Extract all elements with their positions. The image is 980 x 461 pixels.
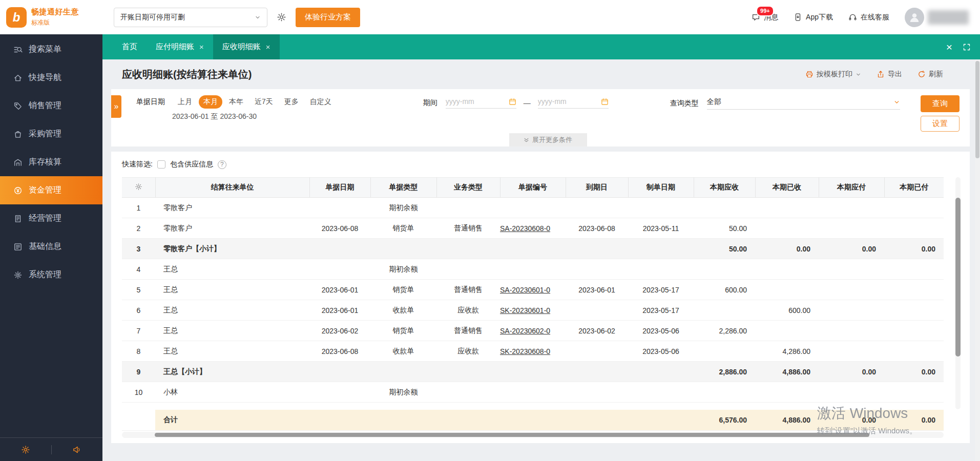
table-row[interactable]: 5王总2023-06-01销货单普通销售SA-20230601-02023-06… bbox=[122, 280, 944, 300]
messages-button[interactable]: 99+ 消息 bbox=[752, 13, 778, 22]
doc-date-filter: 单据日期 上月本月本年近7天更多自定义 2023-06-01 至 2023-06… bbox=[136, 95, 336, 121]
cell bbox=[628, 259, 694, 280]
sidebar-item-funds[interactable]: 资金管理 bbox=[0, 176, 102, 204]
table-row[interactable]: 4王总期初余额 bbox=[122, 259, 944, 280]
doc-number-link[interactable]: SK-20230608-0 bbox=[500, 347, 550, 355]
tab-首页[interactable]: 首页 bbox=[113, 34, 147, 59]
date-option-近7天[interactable]: 近7天 bbox=[250, 95, 278, 109]
date-option-自定义[interactable]: 自定义 bbox=[305, 95, 336, 109]
settings-button[interactable]: 设置 bbox=[921, 116, 960, 132]
table-row[interactable]: 7王总2023-06-02销货单普通销售SA-20230602-02023-06… bbox=[122, 321, 944, 341]
app-root: b 畅捷通好生意 标准版 搜索菜单快捷导航销售管理采购管理库存核算资金管理经营管… bbox=[0, 0, 980, 461]
tab-应付明细账[interactable]: 应付明细账× bbox=[147, 34, 213, 59]
online-service-button[interactable]: 在线客服 bbox=[848, 13, 889, 22]
close-tab-icon[interactable]: × bbox=[946, 41, 952, 52]
table-row[interactable]: 6王总2023-06-01收款单应收款SK-20230601-02023-05-… bbox=[122, 300, 944, 321]
total-table: 合计6,576.004,886.000.000.00 bbox=[122, 410, 944, 431]
sidebar-item-basicinfo[interactable]: 基础信息 bbox=[0, 233, 102, 261]
app-download-button[interactable]: App下载 bbox=[794, 13, 833, 22]
export-button[interactable]: 导出 bbox=[877, 70, 902, 79]
row-number: 7 bbox=[122, 321, 155, 341]
sidebar-menu: 搜索菜单快捷导航销售管理采购管理库存核算资金管理经营管理基础信息系统管理 bbox=[0, 34, 102, 437]
cell-doc-no: SA-20230608-0 bbox=[500, 218, 566, 239]
sidebar-settings-gear-icon[interactable] bbox=[0, 445, 51, 454]
gear-icon[interactable] bbox=[277, 12, 286, 22]
doc-number-link[interactable]: SA-20230601-0 bbox=[500, 286, 550, 294]
cell-amount: 0.00 bbox=[884, 239, 944, 259]
column-header: 本期已收 bbox=[755, 178, 819, 198]
account-set-select[interactable]: 开账日期可停用可删 bbox=[114, 8, 267, 27]
export-label: 导出 bbox=[888, 70, 902, 79]
cell-amount: 600.00 bbox=[694, 280, 755, 300]
sidebar-item-purchase[interactable]: 采购管理 bbox=[0, 120, 102, 148]
period-to-input[interactable] bbox=[538, 97, 609, 109]
help-question-icon[interactable]: ? bbox=[218, 160, 226, 169]
avatar[interactable] bbox=[905, 8, 924, 27]
page-scrollbar-thumb[interactable] bbox=[975, 61, 979, 158]
date-option-本年[interactable]: 本年 bbox=[224, 95, 248, 109]
table-scrollbar[interactable] bbox=[955, 177, 961, 409]
table-row[interactable]: 10小林期初余额 bbox=[122, 382, 944, 403]
calendar-icon[interactable] bbox=[601, 98, 609, 106]
headset-icon bbox=[848, 13, 857, 22]
doc-number-link[interactable]: SA-20230602-0 bbox=[500, 327, 550, 335]
period-to-field[interactable] bbox=[538, 97, 601, 106]
cell-amount bbox=[884, 300, 944, 321]
tab-close-icon[interactable]: × bbox=[199, 43, 204, 51]
user-account[interactable] bbox=[905, 8, 969, 27]
sidebar-item-search-menu[interactable]: 搜索菜单 bbox=[0, 35, 102, 64]
cell: 销货单 bbox=[370, 321, 436, 341]
app-logo-icon: b bbox=[6, 7, 27, 28]
doc-number-link[interactable]: SA-20230608-0 bbox=[500, 224, 550, 233]
date-option-上月[interactable]: 上月 bbox=[173, 95, 197, 109]
cell: 应收款 bbox=[436, 300, 500, 321]
collapse-filter-button[interactable]: » bbox=[111, 95, 121, 118]
query-type-select[interactable]: 全部 bbox=[707, 97, 900, 110]
sidebar-item-business[interactable]: 经营管理 bbox=[0, 204, 102, 233]
tab-close-icon[interactable]: × bbox=[266, 43, 270, 51]
table-row[interactable]: 1零散客户期初余额 bbox=[122, 198, 944, 218]
cell: 普通销售 bbox=[436, 218, 500, 239]
print-by-template-button[interactable]: 按模板打印 bbox=[805, 70, 861, 79]
cell: 2023-05-17 bbox=[628, 300, 694, 321]
date-range-options: 上月本月本年近7天更多自定义 bbox=[173, 95, 336, 109]
sidebar-item-inventory[interactable]: 库存核算 bbox=[0, 148, 102, 176]
table-scrollbar-thumb[interactable] bbox=[955, 198, 961, 357]
date-option-更多[interactable]: 更多 bbox=[280, 95, 303, 109]
sidebar-item-label: 销售管理 bbox=[29, 100, 61, 111]
cell-amount bbox=[819, 280, 884, 300]
table-row[interactable]: 9王总【小计】2,886.004,886.000.000.00 bbox=[122, 362, 944, 382]
date-option-本月[interactable]: 本月 bbox=[199, 95, 222, 109]
column-header: 到期日 bbox=[566, 178, 628, 198]
expand-more-button[interactable]: 展开更多条件 bbox=[509, 133, 587, 146]
tabbar-actions: × bbox=[946, 41, 980, 52]
chevron-down-icon bbox=[255, 14, 261, 20]
sidebar-item-quick-nav[interactable]: 快捷导航 bbox=[0, 64, 102, 92]
table-row[interactable]: 8王总2023-06-08收款单应收款SK-20230608-02023-05-… bbox=[122, 341, 944, 362]
horizontal-scrollbar[interactable] bbox=[122, 432, 944, 438]
search-button[interactable]: 查询 bbox=[921, 95, 960, 112]
sidebar-item-sales[interactable]: 销售管理 bbox=[0, 92, 102, 120]
trial-solution-button[interactable]: 体验行业方案 bbox=[296, 8, 360, 27]
horizontal-scrollbar-thumb[interactable] bbox=[155, 433, 869, 437]
cell-amount bbox=[819, 382, 884, 403]
refresh-button[interactable]: 刷新 bbox=[918, 70, 943, 79]
period-from-input[interactable] bbox=[446, 97, 516, 109]
table-row[interactable]: 3零散客户【小计】50.000.000.000.00 bbox=[122, 239, 944, 259]
period-from-field[interactable] bbox=[446, 97, 509, 106]
table-row[interactable]: 2零散客户2023-06-08销货单普通销售SA-20230608-02023-… bbox=[122, 218, 944, 239]
include-supplier-checkbox[interactable] bbox=[157, 160, 165, 169]
doc-number-link[interactable]: SK-20230601-0 bbox=[500, 306, 550, 315]
page-scrollbar[interactable] bbox=[975, 59, 980, 461]
cell: 2023-06-02 bbox=[566, 321, 628, 341]
cell: 期初余额 bbox=[370, 259, 436, 280]
cell bbox=[628, 382, 694, 403]
announcement-horn-icon[interactable] bbox=[52, 445, 103, 454]
cell-amount bbox=[819, 321, 884, 341]
sidebar-item-system[interactable]: 系统管理 bbox=[0, 261, 102, 289]
cell-doc-no bbox=[500, 198, 566, 218]
fullscreen-icon[interactable] bbox=[963, 43, 971, 51]
column-settings-gear-icon[interactable] bbox=[122, 178, 155, 198]
tab-应收明细账[interactable]: 应收明细账× bbox=[213, 34, 280, 59]
calendar-icon[interactable] bbox=[509, 98, 516, 106]
